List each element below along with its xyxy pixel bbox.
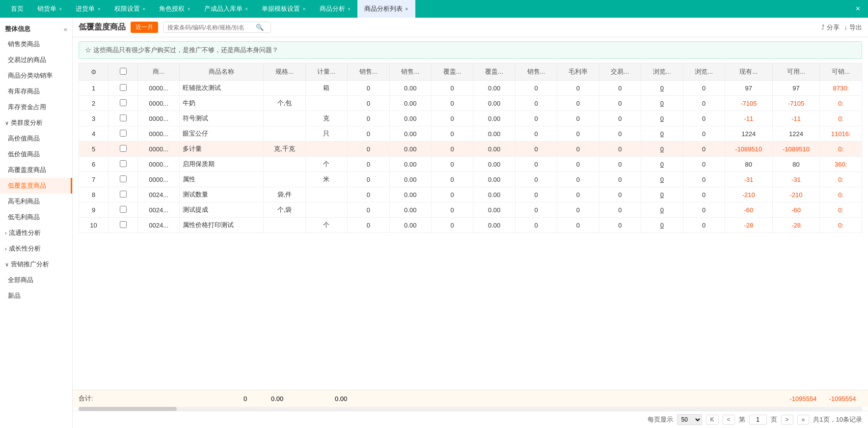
row-checkbox[interactable]: [108, 218, 138, 233]
export-button[interactable]: ↓ 导出: [844, 23, 863, 32]
search-icon[interactable]: 🔍: [256, 24, 264, 31]
nav-sales-order[interactable]: 销货单 ×: [30, 0, 69, 18]
nav-template-settings[interactable]: 单据模板设置 ×: [255, 0, 312, 18]
sidebar-group-growth[interactable]: › 成长性分析: [0, 241, 72, 257]
col-coverage2[interactable]: 覆盖...: [473, 63, 515, 81]
nav-close-icon[interactable]: ×: [187, 6, 190, 12]
sidebar-item-low-coverage[interactable]: 低覆盖度商品: [0, 178, 72, 194]
browse-link[interactable]: 0: [660, 100, 664, 107]
nav-role-auth[interactable]: 角色授权 ×: [152, 0, 197, 18]
nav-close-icon[interactable]: ×: [302, 6, 305, 12]
browse-link[interactable]: 0: [660, 130, 664, 138]
row-select-checkbox[interactable]: [120, 175, 127, 182]
browse-link[interactable]: 0: [660, 161, 664, 168]
col-sales3[interactable]: 销售...: [515, 63, 557, 81]
row-browse1[interactable]: 0: [641, 96, 683, 111]
nav-purchase-order[interactable]: 进货单 ×: [69, 0, 107, 18]
sidebar-item-sales-goods[interactable]: 销售类商品: [0, 36, 72, 52]
nav-close-icon[interactable]: ×: [97, 6, 100, 12]
row-checkbox[interactable]: [108, 81, 138, 96]
row-select-checkbox[interactable]: [120, 206, 127, 213]
col-stock1[interactable]: 现有...: [725, 63, 772, 81]
nav-close-icon[interactable]: ×: [348, 6, 351, 12]
sidebar-collapse-icon[interactable]: «: [64, 26, 67, 33]
time-filter-button[interactable]: 近一月: [131, 22, 158, 33]
sidebar-item-high-value[interactable]: 高价值商品: [0, 131, 72, 146]
col-browse2[interactable]: 浏览...: [683, 63, 725, 81]
row-select-checkbox[interactable]: [120, 160, 127, 167]
browse-link[interactable]: 0: [660, 206, 664, 214]
col-checkbox[interactable]: [108, 63, 138, 81]
col-spec[interactable]: 规格...: [264, 63, 305, 81]
row-checkbox[interactable]: [108, 111, 138, 126]
col-settings[interactable]: ⚙: [79, 63, 108, 81]
sidebar-item-high-coverage[interactable]: 高覆盖度商品: [0, 162, 72, 178]
sidebar-item-high-margin[interactable]: 高毛利商品: [0, 194, 72, 209]
browse-link[interactable]: 0: [660, 145, 664, 153]
nav-product-analysis[interactable]: 商品分析 ×: [313, 0, 357, 18]
browse-link[interactable]: 0: [660, 176, 664, 183]
sidebar-group-cluster[interactable]: ∨ 类群度分析: [0, 115, 72, 131]
col-name[interactable]: 商品名称: [180, 63, 264, 81]
row-checkbox[interactable]: [108, 172, 138, 187]
row-browse1[interactable]: 0: [641, 81, 683, 96]
browse-link[interactable]: 0: [660, 115, 664, 122]
col-margin[interactable]: 毛利率: [557, 63, 599, 81]
row-checkbox[interactable]: [108, 126, 138, 142]
row-select-checkbox[interactable]: [120, 114, 127, 121]
col-stock2[interactable]: 可用...: [772, 63, 820, 81]
per-page-select[interactable]: 50 100 200: [677, 414, 702, 425]
nav-close-icon[interactable]: ×: [142, 6, 145, 12]
browse-link[interactable]: 0: [660, 222, 664, 229]
sidebar-item-low-value[interactable]: 低价值商品: [0, 146, 72, 162]
horizontal-scrollbar[interactable]: [79, 407, 862, 411]
row-browse1[interactable]: 0: [641, 172, 683, 187]
col-unit[interactable]: 计量...: [305, 63, 347, 81]
col-browse1[interactable]: 浏览...: [641, 63, 683, 81]
nav-close-icon[interactable]: ×: [245, 6, 248, 12]
nav-home[interactable]: 首页: [4, 0, 30, 18]
sidebar-item-traded-goods[interactable]: 交易过的商品: [0, 52, 72, 68]
sidebar-item-new-goods[interactable]: 新品: [0, 288, 72, 304]
prev-page-button[interactable]: <: [723, 415, 735, 425]
row-select-checkbox[interactable]: [120, 221, 127, 228]
row-select-checkbox[interactable]: [120, 130, 127, 137]
page-number-input[interactable]: [749, 415, 767, 425]
col-sales1[interactable]: 销售...: [348, 63, 389, 81]
search-input[interactable]: [167, 24, 256, 31]
nav-product-analysis-list[interactable]: 商品分析列表 ×: [357, 0, 415, 18]
row-checkbox[interactable]: [108, 187, 138, 202]
col-coverage1[interactable]: 覆盖...: [431, 63, 473, 81]
row-select-checkbox[interactable]: [120, 145, 127, 152]
row-checkbox[interactable]: [108, 96, 138, 111]
row-browse1[interactable]: 0: [641, 111, 683, 126]
browse-link[interactable]: 0: [660, 191, 664, 199]
share-button[interactable]: ⤴ 分享: [821, 23, 840, 32]
row-select-checkbox[interactable]: [120, 84, 127, 91]
col-sales2[interactable]: 销售...: [389, 63, 431, 81]
first-page-button[interactable]: K: [706, 415, 719, 425]
sidebar-item-all-goods[interactable]: 全部商品: [0, 272, 72, 288]
nav-finished-goods[interactable]: 产成品入库单 ×: [197, 0, 255, 18]
sidebar-group-marketing[interactable]: ∨ 营销推广分析: [0, 257, 72, 272]
sidebar-item-low-margin[interactable]: 低毛利商品: [0, 209, 72, 225]
row-browse1[interactable]: 0: [641, 126, 683, 142]
sidebar-item-inventory-fund[interactable]: 库存资金占用: [0, 99, 72, 115]
row-checkbox[interactable]: [108, 202, 138, 218]
last-page-button[interactable]: »: [797, 415, 810, 425]
next-page-button[interactable]: >: [781, 415, 793, 425]
row-select-checkbox[interactable]: [120, 191, 127, 198]
sidebar-group-circulation[interactable]: › 流通性分析: [0, 225, 72, 241]
row-browse1[interactable]: 0: [641, 157, 683, 172]
nav-close-icon[interactable]: ×: [59, 6, 62, 12]
col-stock3[interactable]: 可销...: [820, 63, 862, 81]
window-close-button[interactable]: ×: [852, 4, 864, 13]
row-checkbox[interactable]: [108, 157, 138, 172]
row-browse1[interactable]: 0: [641, 142, 683, 157]
col-code[interactable]: 商...: [138, 63, 180, 81]
sidebar-item-stocked-goods[interactable]: 有库存商品: [0, 84, 72, 99]
col-transaction[interactable]: 交易...: [599, 63, 641, 81]
row-select-checkbox[interactable]: [120, 99, 127, 106]
browse-link[interactable]: 0: [660, 85, 664, 92]
nav-close-icon-active[interactable]: ×: [405, 6, 408, 12]
